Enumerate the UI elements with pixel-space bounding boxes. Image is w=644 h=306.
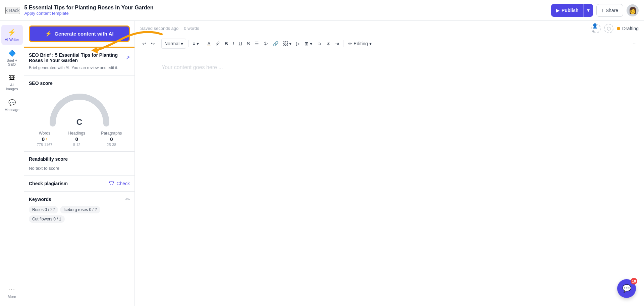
stat-paragraphs-range: 25-38 <box>107 143 116 147</box>
avatar[interactable]: 👩 <box>627 4 639 16</box>
stat-words: Words 0 ↑ 778-1167 <box>37 131 53 147</box>
stat-headings: Headings 0 8-12 <box>68 131 85 147</box>
share-label: Share <box>606 8 618 13</box>
table-button[interactable]: ⊞ ▾ <box>303 39 314 49</box>
stat-paragraphs: Paragraphs 0 25-38 <box>101 131 122 147</box>
numbered-list-button[interactable]: ① <box>262 39 270 49</box>
gauge-grade: C <box>76 117 82 127</box>
drafting-label: Drafting <box>622 26 639 31</box>
chat-widget[interactable]: 💬 10 <box>617 279 636 298</box>
seo-gauge: C <box>29 90 130 127</box>
images-icon: 🖼 <box>9 74 15 82</box>
chat-icon: 💬 <box>622 284 631 293</box>
publish-chevron-icon[interactable]: ▾ <box>584 4 593 17</box>
sidebar-label-more: More <box>8 295 16 299</box>
middle-panel: ⚡ Generate content with AI SEO Brief : 5… <box>24 21 135 306</box>
keywords-header: Keywords ✏ <box>29 196 130 203</box>
collab-share-icon[interactable]: ⬡ <box>604 24 613 33</box>
check-label: Check <box>116 181 130 186</box>
sidebar-item-message[interactable]: 💬 Message <box>1 96 23 115</box>
title-block: 5 Essential Tips for Planting Roses in Y… <box>24 5 153 16</box>
sidebar-item-ai-writer[interactable]: ⚡ AI Writer <box>1 25 23 45</box>
drafting-badge: Drafting <box>617 26 639 31</box>
sidebar-item-brief-seo[interactable]: 🔷 Brief + SEO <box>1 46 23 70</box>
brief-title: SEO Brief : 5 Essential Tips for Plantin… <box>29 52 130 63</box>
emoji-button[interactable]: ☺ <box>315 39 324 49</box>
back-button[interactable]: ‹ Back <box>5 7 20 14</box>
header-right: ▶ Publish ▾ ↑ Share 👩 <box>551 4 639 17</box>
stat-paragraphs-label: Paragraphs <box>101 131 122 136</box>
chat-badge: 10 <box>631 278 637 285</box>
save-status: Saved seconds ago <box>140 26 178 31</box>
apply-template-link[interactable]: Apply content template <box>24 11 153 16</box>
up-arrow-icon: ↑ <box>45 137 47 141</box>
drafting-dot <box>617 27 620 30</box>
toolbar-sep-4 <box>343 40 343 47</box>
editing-mode-selector[interactable]: ✏ Editing ▾ <box>345 40 374 48</box>
keyword-tag-cut-flowers: Cut flowers 0 / 1 <box>29 215 65 223</box>
italic-button[interactable]: I <box>231 39 236 49</box>
undo-button[interactable]: ↩ <box>140 39 148 49</box>
brief-icon: 🔷 <box>8 50 16 57</box>
readability-section: Readability score No text to score <box>24 152 135 176</box>
sidebar-item-more[interactable]: ··· More <box>1 283 23 302</box>
share-button[interactable]: ↑ Share <box>596 4 623 17</box>
seo-score-title: SEO score <box>29 81 130 86</box>
redo-button[interactable]: ↪ <box>149 39 157 49</box>
editing-chevron-icon: ▾ <box>369 41 372 46</box>
publish-label: Publish <box>561 8 579 13</box>
edit-keywords-icon[interactable]: ✏ <box>125 196 130 203</box>
underline-button[interactable]: U <box>237 39 244 49</box>
link-button[interactable]: 🔗 <box>271 39 280 49</box>
stat-words-range: 778-1167 <box>37 143 53 147</box>
plagiarism-section: Check plagiarism 🛡 Check <box>24 176 135 192</box>
bullet-list-button[interactable]: ☰ <box>253 39 261 49</box>
sidebar-item-ai-images[interactable]: 🖼 AI Images <box>1 71 23 94</box>
text-color-button[interactable]: A <box>205 39 212 49</box>
shield-icon: 🛡 <box>109 181 114 187</box>
format-select[interactable]: Normal ▾ <box>161 39 186 49</box>
generate-content-button[interactable]: ⚡ Generate content with AI <box>29 26 130 42</box>
highlight-button[interactable]: 🖊 <box>213 39 222 49</box>
brief-external-link[interactable]: ↗ <box>126 55 130 60</box>
keyword-tags: Roses 0 / 22 Iceberg roses 0 / 2 Cut flo… <box>29 206 130 223</box>
indent-button[interactable]: ⇥ <box>333 39 341 49</box>
publish-icon: ▶ <box>556 8 559 13</box>
strikethrough-button[interactable]: S <box>245 39 252 49</box>
main-layout: ⚡ AI Writer 🔷 Brief + SEO 🖼 AI Images 💬 … <box>0 21 644 306</box>
check-plagiarism-button[interactable]: 🛡 Check <box>109 181 130 187</box>
seo-score-section: SEO score C Words 0 ↑ 778-1167 <box>24 76 135 152</box>
lightning-generate-icon: ⚡ <box>45 31 52 37</box>
more-icon: ··· <box>8 286 15 293</box>
back-label: Back <box>9 8 19 13</box>
editor-placeholder: Your content goes here ... <box>162 64 617 70</box>
collab-add-icon[interactable]: 👤+ <box>591 24 601 33</box>
share-icon: ↑ <box>601 8 604 13</box>
stat-paragraphs-value: 0 <box>110 136 113 142</box>
readability-no-text: No text to score <box>29 166 130 171</box>
image-button[interactable]: 🖼 ▾ <box>281 39 293 49</box>
sidebar-label-ai-images: AI Images <box>4 83 20 91</box>
toolbar-sep-1 <box>159 40 159 47</box>
special-chars-button[interactable]: ⊄ <box>324 39 332 49</box>
stat-words-label: Words <box>39 131 50 136</box>
sidebar-label-message: Message <box>4 108 19 112</box>
pencil-icon: ✏ <box>348 41 352 46</box>
seo-stats: Words 0 ↑ 778-1167 Headings 0 8-12 Parag… <box>29 131 130 147</box>
editor-content[interactable]: Your content goes here ... <box>135 51 644 306</box>
editor-topbar: Saved seconds ago 0 words 👤+ ⬡ Drafting <box>135 21 644 36</box>
format-chevron-icon: ▾ <box>181 41 183 46</box>
chevron-left-icon: ‹ <box>6 7 8 13</box>
plagiarism-title: Check plagiarism <box>29 181 68 186</box>
message-icon: 💬 <box>8 99 16 106</box>
toolbar-sep-2 <box>188 40 189 47</box>
brief-section: SEO Brief : 5 Essential Tips for Plantin… <box>24 48 135 76</box>
brief-subtitle: Brief generated with AI. You can review … <box>29 65 130 71</box>
play-button[interactable]: ▷ <box>294 39 302 49</box>
bold-button[interactable]: B <box>223 39 230 49</box>
header-left: ‹ Back 5 Essential Tips for Planting Ros… <box>5 5 153 16</box>
more-toolbar-button[interactable]: ··· <box>631 39 639 49</box>
chat-button[interactable]: 💬 10 <box>617 279 636 298</box>
align-button[interactable]: ≡ ▾ <box>191 39 201 49</box>
publish-button[interactable]: ▶ Publish ▾ <box>551 4 593 17</box>
